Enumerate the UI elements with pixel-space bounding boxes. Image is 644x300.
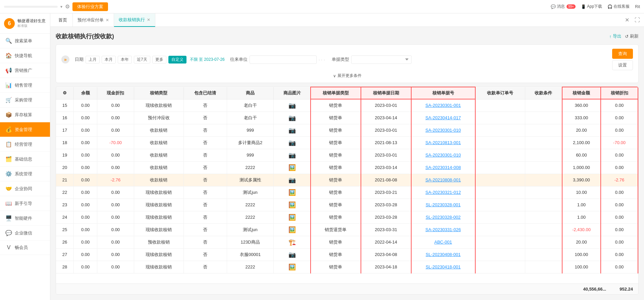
cell-bill-no[interactable]: SA-20230331-026 bbox=[411, 223, 475, 236]
cell-bill-no[interactable]: SA-20210813-001 bbox=[411, 136, 475, 149]
cell-writeoff-type: 现续收款核销 bbox=[134, 99, 183, 112]
table-row: 19 0.00 0.00 收款核销 否 999 📷 销货单 2023-03-01… bbox=[56, 149, 638, 161]
sidebar-item-sales[interactable]: 📊 销售管理 bbox=[0, 78, 50, 93]
cell-bill-no[interactable]: SL-20230418-001 bbox=[411, 261, 475, 273]
sidebar-item-operation[interactable]: 📋 经营管理 bbox=[0, 137, 50, 152]
cell-id: 19 bbox=[56, 149, 73, 161]
main-table: ⚙ 余额 现金折扣 核销类型 包含已结清 商品 商品图片 核销单据类型 核销单据… bbox=[56, 87, 638, 273]
cell-bill-no[interactable]: SL-20230328-001 bbox=[411, 199, 475, 211]
gear-icon[interactable]: ⚙ bbox=[65, 3, 70, 10]
filter-date-custom[interactable]: 自定义 bbox=[168, 56, 186, 63]
app-download-item[interactable]: 📱 App下载 bbox=[581, 4, 602, 9]
chevron-down-icon[interactable]: ▾ bbox=[60, 4, 62, 9]
filter-date-last-month[interactable]: 上月 bbox=[86, 56, 100, 63]
cell-bill-no[interactable]: SA-20230314-008 bbox=[411, 161, 475, 174]
cell-bill-no[interactable]: SA-20230301-001 bbox=[411, 99, 475, 112]
query-button[interactable]: 查询 bbox=[612, 49, 633, 59]
filter-unit-input[interactable] bbox=[250, 55, 317, 64]
cell-bill-date: 2021-08-08 bbox=[361, 174, 411, 186]
sidebar-item-finance[interactable]: 💰 资金管理 bbox=[0, 122, 50, 137]
cell-product-img: 🖼️ bbox=[274, 211, 311, 223]
cell-discount: 0.00 bbox=[601, 112, 638, 124]
cell-receipt-cond bbox=[525, 211, 562, 223]
cell-balance: 0.00 bbox=[73, 261, 97, 273]
cell-bill-no[interactable]: SL-20230328-002 bbox=[411, 211, 475, 223]
filter-date-this-month[interactable]: 本月 bbox=[102, 56, 116, 63]
sidebar-item-basic[interactable]: 🗂️ 基础信息 bbox=[0, 152, 50, 167]
cell-amount: 20.00 bbox=[562, 124, 601, 136]
cell-cash-discount: 0.00 bbox=[97, 248, 134, 261]
filter-expand-button[interactable]: » bbox=[61, 55, 69, 63]
tab-close-icon[interactable]: ✕ bbox=[147, 17, 150, 22]
cell-discount: 0.00 bbox=[601, 186, 638, 199]
sidebar-item-search[interactable]: 🔍 搜索菜单 bbox=[0, 34, 50, 48]
col-bill-date: 核销单据日期 bbox=[361, 87, 411, 99]
cell-bill-no[interactable]: SL-20230408-001 bbox=[411, 248, 475, 261]
page-title: 收款核销执行(按收款) bbox=[56, 32, 114, 40]
cell-bill-no[interactable]: SA-20230301-010 bbox=[411, 124, 475, 136]
cell-product: 2222 bbox=[227, 161, 274, 174]
app-icon: 📱 bbox=[581, 4, 586, 9]
sidebar-logo: 6 畅捷通谐好生意 标准版 bbox=[0, 13, 50, 34]
refresh-button[interactable]: ↺ 刷新 bbox=[625, 33, 639, 39]
sidebar-item-member[interactable]: V 畅会员 bbox=[0, 241, 50, 255]
filter-date-this-year[interactable]: 本年 bbox=[118, 56, 132, 63]
online-service-item[interactable]: 🎧 在线客服 bbox=[607, 4, 630, 9]
cell-bill-date: 2023-03-14 bbox=[361, 161, 411, 174]
cell-receipt-order bbox=[475, 99, 525, 112]
cell-receipt-cond bbox=[525, 199, 562, 211]
maximize-icon[interactable]: ⛶ bbox=[633, 16, 641, 25]
basic-icon: 🗂️ bbox=[5, 156, 12, 162]
col-writeoff-type: 核销类型 bbox=[134, 87, 183, 99]
sales-icon: 📊 bbox=[5, 82, 12, 88]
sidebar-item-wechat[interactable]: 💬 企业微信 bbox=[0, 226, 50, 241]
cell-bill-no[interactable]: SA-20210808-001 bbox=[411, 174, 475, 186]
chevron-down-icon: ∨ bbox=[333, 74, 336, 78]
trial-button[interactable]: 体验行业方案 bbox=[72, 2, 108, 11]
close-all-icon[interactable]: ✕ bbox=[624, 15, 631, 25]
cell-receipt-order bbox=[475, 186, 525, 199]
settings-button[interactable]: 设置 bbox=[612, 60, 633, 70]
sidebar-item-marketing[interactable]: 📢 营销推广 bbox=[0, 63, 50, 78]
cell-balance: 0.00 bbox=[73, 223, 97, 236]
online-service-label: 在线客服 bbox=[613, 4, 630, 9]
col-product-image: 商品图片 bbox=[274, 87, 311, 99]
filter-date-more[interactable]: 更多 bbox=[152, 56, 166, 63]
top-search-box[interactable] bbox=[4, 6, 58, 8]
filter-type-select[interactable] bbox=[351, 55, 412, 64]
cell-id: 27 bbox=[56, 248, 73, 261]
cell-discount: 0.00 bbox=[601, 248, 638, 261]
table-area: ⚙ 余额 现金折扣 核销类型 包含已结清 商品 商品图片 核销单据类型 核销单据… bbox=[56, 86, 639, 295]
cell-product: 老白干 bbox=[227, 112, 274, 124]
cell-bill-no[interactable]: SA-20230301-010 bbox=[411, 149, 475, 161]
cell-balance: 0.00 bbox=[73, 161, 97, 174]
filter-dots: ··· bbox=[319, 57, 326, 62]
cell-receipt-order bbox=[475, 199, 525, 211]
table-row: 16 0.00 0.00 预付冲应收 否 老白干 📷 销货单 2023-04-1… bbox=[56, 112, 638, 124]
cell-bill-type: 销货单 bbox=[311, 112, 361, 124]
tab-writeoff[interactable]: 收款核销执行 ✕ bbox=[114, 13, 155, 27]
sidebar-item-shortcut[interactable]: 🏠 快捷导航 bbox=[0, 48, 50, 63]
table-scroll[interactable]: ⚙ 余额 现金折扣 核销类型 包含已结清 商品 商品图片 核销单据类型 核销单据… bbox=[56, 87, 638, 284]
cell-cash-discount: 0.00 bbox=[97, 199, 134, 211]
tab-home[interactable]: 首页 bbox=[53, 13, 73, 27]
sidebar-item-collab[interactable]: 🤝 企业协同 bbox=[0, 181, 50, 196]
message-item[interactable]: 💬 消息 99+ bbox=[551, 4, 576, 9]
cell-bill-no[interactable]: SA-20230414-017 bbox=[411, 112, 475, 124]
sidebar-item-purchase[interactable]: 🛒 采购管理 bbox=[0, 93, 50, 108]
tab-prepay[interactable]: 预付冲应付单 ✕ bbox=[73, 13, 114, 27]
tab-close-icon[interactable]: ✕ bbox=[106, 18, 109, 23]
sidebar-item-system[interactable]: ⚙️ 系统管理 bbox=[0, 167, 50, 181]
sidebar-item-hardware[interactable]: 🖥️ 智能硬件 bbox=[0, 211, 50, 226]
user-name-item[interactable]: Rit bbox=[635, 4, 640, 9]
cell-amount: 3,390.00 bbox=[562, 174, 601, 186]
expand-more-button[interactable]: ∨ 展开更多条件 bbox=[333, 73, 362, 79]
top-bar: ▾ ⚙ 体验行业方案 💬 消息 99+ 📱 App下载 🎧 在线客服 Rit bbox=[0, 0, 644, 13]
sidebar-item-inventory[interactable]: 📦 库存核算 bbox=[0, 108, 50, 122]
export-button[interactable]: ↑ 导出 bbox=[609, 33, 622, 39]
cell-bill-no[interactable]: SA-20230321-012 bbox=[411, 186, 475, 199]
cell-receipt-cond bbox=[525, 112, 562, 124]
filter-date-7days[interactable]: 近7天 bbox=[134, 56, 150, 63]
cell-bill-no[interactable]: ABC-001 bbox=[411, 236, 475, 248]
sidebar-item-guide[interactable]: 📖 新手引导 bbox=[0, 196, 50, 211]
